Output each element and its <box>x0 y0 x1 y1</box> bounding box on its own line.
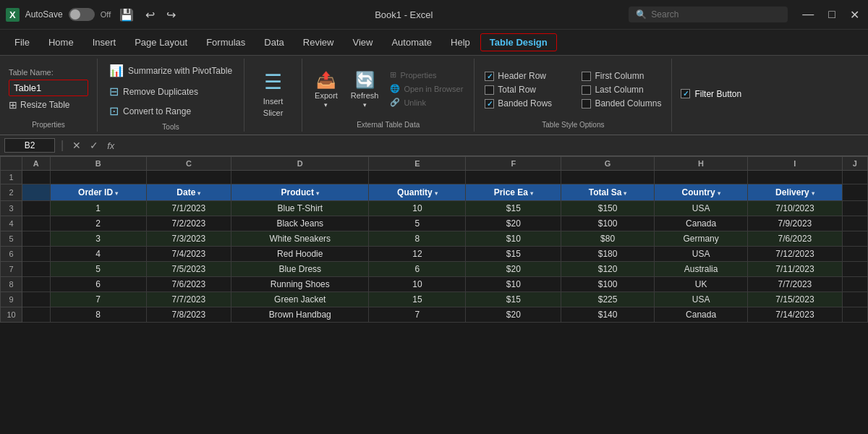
autosave-toggle[interactable] <box>69 8 95 21</box>
minimize-button[interactable]: — <box>799 7 817 23</box>
cell-0-3[interactable]: 1 <box>50 201 146 216</box>
banded-rows-option[interactable]: Banded Rows <box>483 97 566 110</box>
total-row-checkbox[interactable] <box>485 85 494 95</box>
cell-2-4[interactable]: Black Jeans <box>231 216 369 231</box>
cell-6-7[interactable]: Australia <box>654 262 747 277</box>
dropdown-arrow-0[interactable]: ▾ <box>115 190 118 197</box>
last-column-checkbox[interactable] <box>582 85 591 95</box>
cell-7-8[interactable]: 7/7/2023 <box>748 277 842 292</box>
menu-automate[interactable]: Automate <box>383 34 441 51</box>
col-header-i[interactable]: I <box>748 157 842 171</box>
cell-4-8[interactable]: $10 <box>466 277 561 292</box>
cell-7-7[interactable]: 7/11/2023 <box>748 262 842 277</box>
maximize-button[interactable]: □ <box>825 7 838 23</box>
table-header-0[interactable]: Order ID▾ <box>50 184 146 201</box>
table-header-4[interactable]: Price Ea▾ <box>466 184 561 201</box>
cell-3-3[interactable]: 10 <box>369 201 466 216</box>
dropdown-arrow-5[interactable]: ▾ <box>624 190 626 197</box>
col-header-b[interactable]: B <box>50 157 146 171</box>
cell-5-9[interactable]: $225 <box>561 292 655 307</box>
table-header-2[interactable]: Product▾ <box>231 184 369 201</box>
header-row-option[interactable]: Header Row <box>483 69 566 82</box>
remove-duplicates-button[interactable]: ⊟ Remove Duplicates <box>106 82 235 101</box>
cell-3-5[interactable]: 8 <box>369 231 466 247</box>
formula-input[interactable] <box>122 140 864 150</box>
cell-2-6[interactable]: Red Hoodie <box>231 247 369 262</box>
col-header-j[interactable]: J <box>842 157 867 171</box>
menu-table-design[interactable]: Table Design <box>480 33 557 51</box>
resize-table-button[interactable]: ⊞ Resize Table <box>9 98 88 112</box>
table-header-7[interactable]: Delivery▾ <box>748 184 842 201</box>
cell[interactable] <box>466 171 561 184</box>
cell-3-10[interactable]: 7 <box>369 307 466 323</box>
cell-7-10[interactable]: 7/14/2023 <box>748 307 842 323</box>
summarize-pivottable-button[interactable]: 📊 Summarize with PivotTable <box>106 61 235 80</box>
cell-3-9[interactable]: 15 <box>369 292 466 307</box>
cell-1-4[interactable]: 7/2/2023 <box>146 216 231 231</box>
cell-j5[interactable] <box>842 231 867 247</box>
cell[interactable] <box>842 171 867 184</box>
table-header-1[interactable]: Date▾ <box>146 184 231 201</box>
cell-1-6[interactable]: 7/4/2023 <box>146 247 231 262</box>
cell-6-9[interactable]: USA <box>654 292 747 307</box>
cell-j9[interactable] <box>842 292 867 307</box>
dropdown-arrow-4[interactable]: ▾ <box>530 190 533 197</box>
cell-a5[interactable] <box>22 231 51 247</box>
cell-3-4[interactable]: 5 <box>369 216 466 231</box>
cell-5-4[interactable]: $100 <box>561 216 655 231</box>
cell-5-5[interactable]: $80 <box>561 231 655 247</box>
menu-home[interactable]: Home <box>40 34 82 51</box>
cell-reference-input[interactable] <box>4 138 55 153</box>
cell-6-5[interactable]: Germany <box>654 231 747 247</box>
cell-1-10[interactable]: 7/8/2023 <box>146 307 231 323</box>
cell-4-6[interactable]: $15 <box>466 247 561 262</box>
cell-5-3[interactable]: $150 <box>561 201 655 216</box>
undo-icon[interactable]: ↩ <box>142 7 158 23</box>
cell-1-9[interactable]: 7/7/2023 <box>146 292 231 307</box>
cell-5-6[interactable]: $180 <box>561 247 655 262</box>
filter-button-main-checkbox[interactable] <box>681 89 690 98</box>
cell[interactable] <box>748 171 842 184</box>
menu-insert[interactable]: Insert <box>84 34 125 51</box>
cell[interactable] <box>50 171 146 184</box>
cell-a6[interactable] <box>22 247 51 262</box>
cell-7-4[interactable]: 7/9/2023 <box>748 216 842 231</box>
cell-0-5[interactable]: 3 <box>50 231 146 247</box>
close-button[interactable]: ✕ <box>847 7 862 23</box>
cell[interactable] <box>369 171 466 184</box>
cell[interactable] <box>22 171 51 184</box>
col-header-f[interactable]: F <box>466 157 561 171</box>
cell-5-8[interactable]: $100 <box>561 277 655 292</box>
cell-1-7[interactable]: 7/5/2023 <box>146 262 231 277</box>
table-name-input[interactable] <box>9 80 88 96</box>
redo-icon[interactable]: ↪ <box>163 7 179 23</box>
menu-data[interactable]: Data <box>255 34 292 51</box>
cell-0-6[interactable]: 4 <box>50 247 146 262</box>
cell-1-5[interactable]: 7/3/2023 <box>146 231 231 247</box>
cell-0-10[interactable]: 8 <box>50 307 146 323</box>
filter-option-row[interactable]: Filter Button <box>681 89 741 99</box>
table-header-6[interactable]: Country▾ <box>654 184 747 201</box>
col-header-a[interactable]: A <box>22 157 51 171</box>
cell-j6[interactable] <box>842 247 867 262</box>
cell-5-10[interactable]: $140 <box>561 307 655 323</box>
cell-a9[interactable] <box>22 292 51 307</box>
cell-4-5[interactable]: $10 <box>466 231 561 247</box>
dropdown-arrow-3[interactable]: ▾ <box>435 190 438 197</box>
banded-columns-option[interactable]: Banded Columns <box>580 97 663 110</box>
search-input[interactable] <box>651 9 767 20</box>
banded-columns-checkbox[interactable] <box>582 99 591 109</box>
cell-7-3[interactable]: 7/10/2023 <box>748 201 842 216</box>
cell-1-3[interactable]: 7/1/2023 <box>146 201 231 216</box>
refresh-button[interactable]: 🔄 Refresh ▾ <box>347 69 383 111</box>
cell-1-8[interactable]: 7/6/2023 <box>146 277 231 292</box>
cell-a2[interactable] <box>22 184 51 201</box>
first-column-option[interactable]: First Column <box>580 69 663 82</box>
col-header-d[interactable]: D <box>231 157 369 171</box>
cell-7-9[interactable]: 7/15/2023 <box>748 292 842 307</box>
banded-rows-checkbox[interactable] <box>485 99 494 109</box>
convert-to-range-button[interactable]: ⊡ Convert to Range <box>106 102 235 120</box>
col-header-e[interactable]: E <box>369 157 466 171</box>
cell-0-4[interactable]: 2 <box>50 216 146 231</box>
header-row-checkbox[interactable] <box>485 72 494 81</box>
